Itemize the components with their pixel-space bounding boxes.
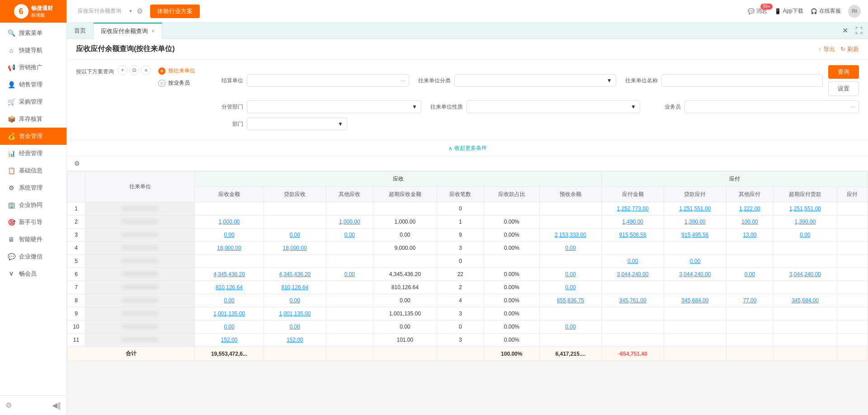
col-ar-prepay: 预收余额 (539, 187, 602, 202)
salesman-input[interactable]: ··· (684, 100, 859, 113)
tab-maximize-icon[interactable]: ⛶ (854, 25, 864, 37)
chevron-up-icon: ∧ (448, 145, 453, 152)
partner-nature-select[interactable]: ▼ (467, 100, 640, 113)
field-settlement-unit: 结算单位 ··· (212, 74, 409, 87)
scheme-collapse-btn[interactable]: « (141, 65, 151, 75)
dept-select[interactable]: ▼ (247, 118, 347, 130)
tab-bar: 首页 应收应付余额查询 × ✕ ⛶ (67, 23, 868, 39)
sys-mgmt-icon: ⚙ (7, 184, 15, 191)
table-container[interactable]: 往来单位 应收 应付 应收金额 贷款应收 其他应收 超期应收金额 应收笔数 应收… (67, 171, 868, 361)
tab-ar-ap-label: 应收应付余额查询 (101, 27, 148, 35)
scheme-by-salesman[interactable]: ⊙ 按业务员 (155, 77, 199, 89)
partner-category-select[interactable]: ▼ (454, 74, 616, 87)
scheme-by-partner[interactable]: ⊕ 按往来单位 (155, 65, 199, 76)
sidebar-collapse-btn[interactable]: ◀‖ (52, 401, 61, 410)
field-dept: 部门 ▼ (212, 118, 347, 130)
app-icon: 📱 (774, 8, 781, 14)
table-row: 7XXXXXXXXXX810,126.64810,126.64810,126.6… (67, 281, 868, 294)
sidebar-item-label: 采购管理 (19, 98, 42, 106)
page-actions: ↑ 导出 ↻ 刷新 (819, 45, 859, 53)
message-badge: 99+ (760, 4, 773, 10)
dept-manager-select[interactable]: ▼ (247, 100, 421, 113)
refresh-icon: ↻ (840, 46, 845, 52)
online-service-button[interactable]: 🎧 在线客服 (811, 7, 841, 15)
sidebar-item-enterprise[interactable]: 🏢 企业协同 (0, 196, 66, 214)
footer-ar-prepay[interactable]: 6,417,215.... (539, 347, 602, 361)
sidebar-item-label: 企业协同 (19, 201, 42, 209)
row-num-cell: 4 (67, 242, 85, 255)
sidebar-settings-btn[interactable]: ⚙ (5, 401, 12, 410)
table-settings-icon[interactable]: ⚙ (74, 160, 80, 167)
user-avatar[interactable]: Rit (848, 5, 861, 18)
partner-name-input[interactable] (661, 74, 823, 87)
salesman-label: 业务员 (649, 103, 681, 111)
scheme-partner-icon: ⊕ (158, 67, 165, 75)
sidebar-item-smart-hw[interactable]: 🖥 智能硬件 (0, 231, 66, 248)
sidebar-item-marketing[interactable]: 📢 营销推广 (0, 59, 66, 76)
table-row: 6XXXXXXXXXX4,345,436.204,345,436.200.004… (67, 268, 868, 281)
app-logo: 6 畅捷通财 标准版 (0, 0, 66, 23)
tab-home[interactable]: 首页 (67, 23, 94, 39)
field-salesman: 业务员 ··· (649, 100, 859, 113)
sidebar-item-label: 基础信息 (19, 167, 42, 175)
message-button[interactable]: 💬 消息 99+ (748, 7, 767, 15)
tab-ar-ap[interactable]: 应收应付余额查询 × (94, 23, 162, 39)
sidebar-item-sales[interactable]: 👤 销售管理 (0, 76, 66, 93)
sidebar-item-wechat[interactable]: 💬 企业微信 (0, 248, 66, 265)
sidebar: 6 畅捷通财 标准版 🔍 搜索菜单 ⌂ 快捷导航 📢 营销推广 👤 销售管理 🛒… (0, 0, 67, 415)
sidebar-item-label: 新手引导 (19, 218, 42, 226)
chevron-down-icon: ▼ (412, 104, 417, 110)
gear-icon[interactable]: ⚙ (137, 7, 143, 15)
settings-button[interactable]: 设置 (828, 81, 859, 96)
collapse-button[interactable]: ∧ 收起更多条件 (67, 140, 868, 156)
col-ar-count: 应收笔数 (437, 187, 484, 202)
page-title-bar: 应收应付余额查询(按往来单位) ↑ 导出 ↻ 刷新 (67, 39, 868, 60)
guide-icon: 🎯 (7, 219, 15, 226)
tab-close-window-icon[interactable]: ✕ (840, 24, 850, 37)
smart-hw-icon: 🖥 (7, 236, 15, 243)
row-num-cell: 2 (67, 215, 85, 229)
sidebar-item-operations[interactable]: 📊 经营管理 (0, 145, 66, 162)
sidebar-item-inventory[interactable]: 📦 库存核算 (0, 110, 66, 128)
data-table: 往来单位 应收 应付 应收金额 贷款应收 其他应收 超期应收金额 应收笔数 应收… (67, 171, 868, 361)
table-row: 2XXXXXXXXXX1,000.001,000.001,000.0010.00… (67, 215, 868, 229)
settlement-unit-input[interactable]: ··· (247, 74, 409, 87)
inventory-icon: 📦 (7, 115, 15, 123)
table-row: 4XXXXXXXXXX18,000.0018,000.009,000.0030.… (67, 242, 868, 255)
refresh-button[interactable]: ↻ 刷新 (840, 45, 859, 53)
scheme-add-btn[interactable]: + (118, 65, 127, 75)
footer-ar-ratio: 100.00% (484, 347, 540, 361)
filter-fields: 结算单位 ··· 往来单位分类 ▼ (212, 65, 859, 135)
query-button[interactable]: 查询 (828, 65, 859, 79)
scheme-salesman-label: 按业务员 (168, 79, 190, 87)
sidebar-item-search-menu[interactable]: 🔍 搜索菜单 (0, 24, 66, 42)
sidebar-item-guide[interactable]: 🎯 新手引导 (0, 214, 66, 231)
export-button[interactable]: ↑ 导出 (819, 45, 835, 53)
partner-cell: XXXXXXXXXX (85, 268, 195, 281)
footer-ap-overdue (774, 347, 837, 361)
row-num-cell: 1 (67, 202, 85, 215)
sidebar-item-purchase[interactable]: 🛒 采购管理 (0, 93, 66, 110)
sidebar-item-quick-nav[interactable]: ⌂ 快捷导航 (0, 42, 66, 59)
footer-ar-loan (264, 347, 326, 361)
search-menu-icon: 🔍 (7, 29, 15, 37)
sales-icon: 👤 (7, 81, 15, 88)
sidebar-item-finance[interactable]: 💰 资金管理 (0, 128, 66, 145)
tab-close-icon[interactable]: × (151, 28, 155, 34)
row-num-cell: 5 (67, 255, 85, 268)
sidebar-item-sys-mgmt[interactable]: ⚙ 系统管理 (0, 179, 66, 196)
table-row: 9XXXXXXXXXX1,001,135.001,001,135.001,001… (67, 307, 868, 320)
partner-category-label: 往来单位分类 (418, 77, 451, 85)
solution-button[interactable]: 体验行业方案 (150, 5, 200, 18)
chevron-down-icon[interactable]: ▼ (128, 9, 133, 14)
scheme-settings-btn[interactable]: ⊙ (129, 65, 139, 75)
table-row: 8XXXXXXXXXX0.000.000.0040.00%655,636.753… (67, 294, 868, 307)
col-ar-overdue: 超期应收金额 (373, 187, 437, 202)
sidebar-item-basic-info[interactable]: 📋 基础信息 (0, 162, 66, 179)
app-download-button[interactable]: 📱 App下载 (774, 7, 803, 15)
table-row: 11XXXXXXXXXX152.00152.00101.0030.00% (67, 334, 868, 347)
table-area: ⚙ 往来单位 应收 应付 应收金额 贷款应收 其他应收 (67, 156, 868, 361)
footer-ar-total[interactable]: 19,553,472,6... (195, 347, 264, 361)
message-icon: 💬 (748, 8, 755, 14)
sidebar-item-member[interactable]: Ⅴ 畅会员 (0, 265, 66, 282)
